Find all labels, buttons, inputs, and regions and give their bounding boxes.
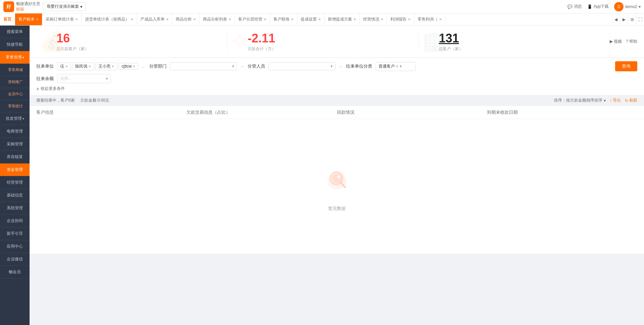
close-icon[interactable]: ✕ xyxy=(193,17,196,21)
col-due-date: 到期未收款日期 xyxy=(487,109,637,115)
tab-profit-report[interactable]: 利润报告 ✕ xyxy=(387,13,414,25)
tab-home[interactable]: 首页 xyxy=(0,13,15,25)
sidebar-item-member-center[interactable]: 会员中心 xyxy=(0,88,30,100)
unit-type-close[interactable]: ✕ xyxy=(396,65,398,68)
tab-customer-contact[interactable]: 客户联络 ✕ xyxy=(270,13,297,25)
help-btn[interactable]: ? 帮助 xyxy=(626,39,637,44)
export-label: 导出 xyxy=(613,98,621,103)
sidebar-label-basic-info: 基础信息 xyxy=(7,193,23,197)
sidebar-item-inventory[interactable]: 库存核算 xyxy=(0,151,30,164)
close-icon[interactable]: ✕ xyxy=(264,17,266,21)
close-icon[interactable]: ✕ xyxy=(131,17,133,21)
close-icon[interactable]: ✕ xyxy=(228,17,231,21)
close-icon[interactable]: ✕ xyxy=(439,17,442,21)
nav-more-btn[interactable]: ⊞ xyxy=(628,13,636,26)
sidebar-item-app-center[interactable]: 应用中心 xyxy=(0,240,30,253)
sidebar-label-marketing: 营销推广 xyxy=(8,80,23,84)
tag-chen-close[interactable]: ✕ xyxy=(88,65,91,68)
tag-wu-close[interactable]: ✕ xyxy=(65,65,68,68)
tab-purchase-stats[interactable]: 进货单统计表（按商品） ✕ xyxy=(82,13,137,25)
nav-arrows: ◀ ▶ ⊞ ⛶ xyxy=(612,13,644,26)
close-icon[interactable]: ✕ xyxy=(291,17,294,21)
stat-total-customers: 🏢 131 总客户（家） xyxy=(419,31,610,52)
nav-fullscreen-btn[interactable]: ⛶ xyxy=(636,13,644,26)
tab-purchase-order[interactable]: 采购订单统计表 ✕ xyxy=(42,13,82,25)
sort-selector[interactable]: 排序：按欠款金额倒序排序 ▾ xyxy=(554,98,606,103)
sidebar-item-marketing[interactable]: 营销推广 xyxy=(0,76,30,88)
sidebar-label-chang-member: 畅会员 xyxy=(9,269,21,274)
tab-finished-goods[interactable]: 产成品入库单 ✕ xyxy=(137,13,172,25)
person-label: 分管人员 xyxy=(248,63,265,69)
refresh-label: 刷新 xyxy=(629,98,637,103)
avatar: D xyxy=(614,2,624,11)
sidebar-item-system[interactable]: 系统管理 xyxy=(0,202,30,215)
close-icon[interactable]: ✕ xyxy=(353,17,356,21)
chevron-icon: ▾ xyxy=(23,117,24,120)
more-tags-btn[interactable]: ... xyxy=(140,63,146,69)
balance-selector[interactable]: 选择... ▾ xyxy=(57,74,111,83)
sidebar-item-enterprise-wechat[interactable]: 企业微信 xyxy=(0,253,30,266)
svg-point-3 xyxy=(337,175,340,179)
person-selector[interactable]: ▾ xyxy=(268,62,336,70)
sidebar-item-basic-info[interactable]: 基础信息 xyxy=(0,189,30,202)
results-left: 搜索结果中，客户0家 欠款金额 0.00元 xyxy=(36,98,109,103)
sidebar-item-newbie[interactable]: 新手引导 xyxy=(0,227,30,240)
tab-business-status[interactable]: 经营情况 ✕ xyxy=(360,13,387,25)
close-icon[interactable]: ✕ xyxy=(381,17,383,21)
tab-customer-layer[interactable]: 客户分层经营 ✕ xyxy=(235,13,270,25)
video-btn[interactable]: ▶ 视频 xyxy=(610,39,622,44)
close-icon[interactable]: ✕ xyxy=(75,17,78,21)
close-icon[interactable]: ✕ xyxy=(166,17,169,21)
nav-prev-btn[interactable]: ◀ xyxy=(612,13,620,26)
logo-icon: 好 xyxy=(3,1,14,12)
message-icon: 💬 xyxy=(567,4,572,9)
dept-selector[interactable]: ▾ xyxy=(170,62,237,70)
sidebar-item-retail-mgmt[interactable]: 零售管理 ▾ xyxy=(0,51,30,64)
tab-new-commission[interactable]: 新增提成方案 ✕ xyxy=(325,13,360,25)
dept-more-btn[interactable]: ··· xyxy=(241,64,244,69)
tab-customer-account[interactable]: 客户账本 ✕ xyxy=(15,13,42,25)
message-btn[interactable]: 💬 消息 xyxy=(567,4,582,9)
sidebar: 搜索菜单 快捷导航 零售管理 ▾ 零售商城 营销推广 会员中心 零售统计 批发管… xyxy=(0,26,30,325)
empty-state: 暂无数据 xyxy=(313,141,360,232)
refresh-icon: ↻ xyxy=(625,98,628,103)
tab-goods-analysis-list[interactable]: 商品分析列表 ✕ xyxy=(200,13,235,25)
sidebar-item-enterprise-collab[interactable]: 企业协同 xyxy=(0,215,30,227)
tab-goods-analysis[interactable]: 商品分析 ✕ xyxy=(172,13,200,25)
sidebar-item-purchase[interactable]: 采购管理 xyxy=(0,138,30,151)
stat-total-debtors: 💰 16 总欠款客户（家） xyxy=(36,31,227,52)
tab-commission-settings[interactable]: 提成设置 ✕ xyxy=(297,13,325,25)
export-btn[interactable]: ↑ 导出 xyxy=(610,98,621,103)
unit-type-selector[interactable]: 普通客户 ✕ ▾ xyxy=(376,62,416,71)
person-more-btn[interactable]: ··· xyxy=(339,64,343,69)
tag-cjttcw-close[interactable]: ✕ xyxy=(133,65,135,68)
sort-label-text: 排序：按欠款金额倒序排序 xyxy=(554,98,602,103)
sidebar-item-quick-nav[interactable]: 快捷导航 xyxy=(0,38,30,51)
chevron-down-icon: ▾ xyxy=(400,64,402,69)
search-result-text: 搜索结果中，客户0家 xyxy=(36,98,75,103)
chevron-down-icon: ▾ xyxy=(232,64,234,69)
collapse-btn[interactable]: ∧ 收起更多条件 xyxy=(36,86,637,92)
tab-retail-profit[interactable]: 零售利润（ ✕ xyxy=(414,13,445,25)
tag-wang-close[interactable]: ✕ xyxy=(112,65,114,68)
sidebar-item-retail-mall[interactable]: 零售商城 xyxy=(0,64,30,76)
account-selector[interactable]: 母婴行业演示账套 ▾ xyxy=(43,2,86,11)
query-button[interactable]: 查询 xyxy=(615,61,637,71)
close-icon[interactable]: ✕ xyxy=(36,17,39,21)
sidebar-item-finance[interactable]: 资金管理 xyxy=(0,164,30,176)
sidebar-item-ecommerce[interactable]: 电商管理 xyxy=(0,125,30,138)
close-icon[interactable]: ✕ xyxy=(318,17,321,21)
sidebar-item-wholesale-mgmt[interactable]: 批发管理 ▾ xyxy=(0,112,30,125)
sidebar-item-search-menu[interactable]: 搜索菜单 xyxy=(0,26,30,38)
tag-cjttcw-label: cjttcw xyxy=(122,64,132,69)
app-download-btn[interactable]: 📱 App下载 xyxy=(587,4,609,9)
stat-col2-label: 欠款合计（万） xyxy=(248,46,276,52)
close-icon[interactable]: ✕ xyxy=(408,17,411,21)
sidebar-item-retail-stats[interactable]: 零售统计 xyxy=(0,100,30,112)
refresh-btn[interactable]: ↻ 刷新 xyxy=(625,98,637,103)
sidebar-item-business-mgmt[interactable]: 经营管理 xyxy=(0,176,30,189)
table-header: 客户信息 欠款交易信息（占比） 回款情况 到期未收款日期 xyxy=(30,106,644,119)
user-menu[interactable]: D demo2 ▾ xyxy=(614,2,641,11)
nav-next-btn[interactable]: ▶ xyxy=(620,13,628,26)
sidebar-item-chang-member[interactable]: 畅会员 xyxy=(0,266,30,279)
